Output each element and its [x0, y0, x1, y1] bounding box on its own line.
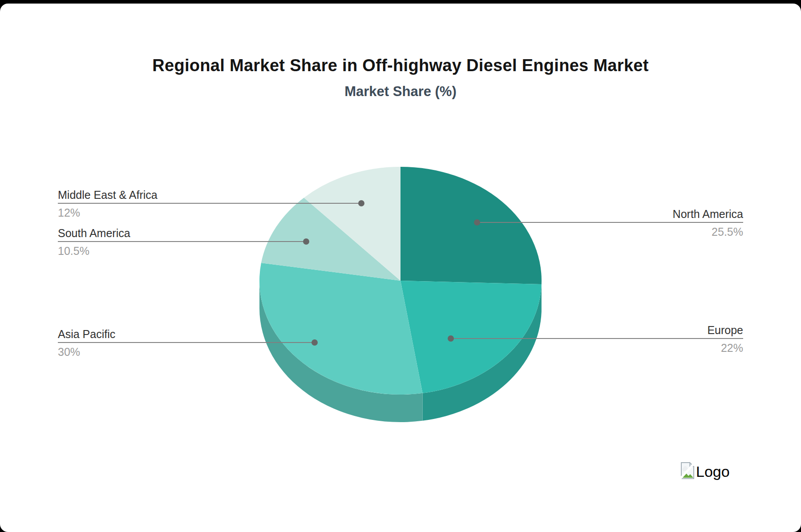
label-north-america: North America 25.5%: [673, 206, 743, 242]
chart-page: Regional Market Share in Off-highway Die…: [0, 4, 801, 532]
slice-percent: 12%: [58, 203, 158, 222]
slice-name: Europe: [707, 322, 743, 338]
slice-percent: 25.5%: [673, 222, 743, 242]
leader-dot-north-america: [474, 219, 480, 226]
leader-dot-asia-pacific: [312, 339, 318, 346]
broken-image-icon: [680, 462, 695, 480]
pie-chart: [0, 4, 801, 532]
chart-subtitle: Market Share (%): [0, 84, 801, 100]
slice-percent: 10.5%: [58, 241, 130, 261]
logo: Logo: [680, 462, 730, 480]
slice-percent: 30%: [58, 342, 115, 362]
slice-name: North America: [673, 206, 743, 222]
leader-dot-south-america: [303, 238, 309, 245]
logo-alt-text: Logo: [696, 463, 730, 480]
slice-percent: 22%: [707, 338, 743, 358]
label-south-america: South America 10.5%: [58, 225, 130, 261]
pie-slice-north-america[interactable]: [400, 167, 542, 284]
label-europe: Europe 22%: [707, 322, 743, 358]
slice-name: South America: [58, 225, 130, 241]
pie-slice-asia-pacific[interactable]: [259, 263, 423, 395]
slice-name: Middle East & Africa: [58, 187, 158, 203]
leader-dot-europe: [448, 335, 454, 342]
label-middle-east-africa: Middle East & Africa 12%: [58, 187, 158, 222]
slice-name: Asia Pacific: [58, 326, 115, 342]
chart-title: Regional Market Share in Off-highway Die…: [0, 56, 801, 75]
leader-dot-middle-east-africa: [358, 200, 364, 206]
label-asia-pacific: Asia Pacific 30%: [58, 326, 115, 362]
pie-slice-europe[interactable]: [400, 281, 542, 393]
